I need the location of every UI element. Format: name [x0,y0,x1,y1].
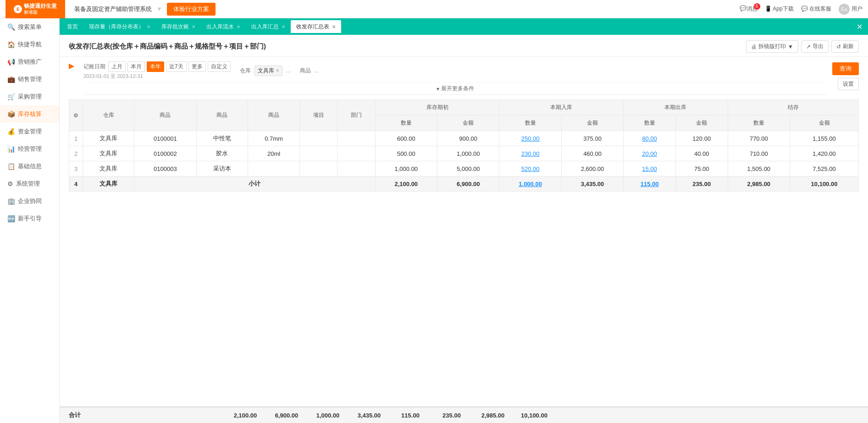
warehouse-tag: 文具库 × [254,66,282,76]
tab-inout-summary[interactable]: 出入库汇总 ✕ [246,20,291,33]
th-open-qty: 数量 [375,115,437,131]
date-btn-more[interactable]: 更多 [188,61,206,72]
sidebar-item-inventory[interactable]: 📦 库存核算 [0,105,59,123]
sidebar-item-system[interactable]: ⚙ 系统管理 [0,175,59,192]
purchase-icon: 🛒 [7,93,15,100]
cell-close-amt: 1,420.00 [790,146,859,161]
sidebar-item-basic-info[interactable]: 📋 基础信息 [0,158,59,175]
cell-close-amt: 7,525.00 [790,161,859,176]
cell-in-qty[interactable]: 520.00 [499,161,561,176]
cell-project [300,161,337,176]
cell-dept [337,131,375,146]
th-project: 项目 [300,100,337,131]
cell-open-amt: 900.00 [437,131,499,146]
inventory-icon: 📦 [7,110,15,118]
total-close-amt: 10,100.00 [514,412,555,419]
sidebar-item-enterprise[interactable]: 🏢 企业协同 [0,192,59,210]
logo-text: 畅捷通好生意 标准版 [24,3,57,15]
warehouse-more-btn[interactable]: ... [286,67,291,74]
subtotal-warehouse: 文具库 [83,176,134,192]
cell-out-qty[interactable]: 80.00 [624,131,676,146]
cell-close-qty: 770.00 [728,131,790,146]
message-badge[interactable]: 💬 6 消息 [740,5,757,13]
sidebar-item-marketing[interactable]: 📢 营销推广 [0,53,59,71]
th-close-amt: 金额 [790,115,859,131]
try-button[interactable]: 体验行业方案 [167,3,216,16]
settings-button[interactable]: 设置 [838,78,859,90]
tab-close-collect-summary[interactable]: ✕ [332,24,336,29]
tab-inout-flow[interactable]: 出入库流水 ✕ [201,20,246,33]
sidebar-item-guide[interactable]: 🆕 新手引导 [0,210,59,227]
sidebar-item-sales[interactable]: 💼 销售管理 [0,71,59,88]
export-button[interactable]: ↗ 导出 [801,40,829,53]
cell-out-amt: 40.00 [675,146,728,161]
warehouse-filter-label: 仓库 [240,67,251,75]
cell-warehouse: 文具库 [83,131,134,146]
expand-conditions-btn[interactable]: ▾ 展开更多条件 [83,82,827,95]
print-button[interactable]: 🖨 拆镜版打印 ▼ [746,40,798,53]
cell-out-qty[interactable]: 20.00 [624,146,676,161]
cell-goods-code: 0100001 [134,131,196,146]
total-in-qty: 1,000.00 [307,412,348,419]
sidebar-item-purchase[interactable]: 🛒 采购管理 [0,88,59,105]
cell-in-amt: 2,600.00 [561,161,623,176]
cell-in-qty[interactable]: 230.00 [499,146,561,161]
tab-inventory-dist[interactable]: 现存量（库存分布表） ✕ [83,20,156,33]
tab-bar: 首页 现存量（库存分布表） ✕ 库存批次账 ✕ 出入库流水 ✕ 出入库汇总 ✕ [60,18,868,35]
sidebar-item-operations[interactable]: 📊 经营管理 [0,140,59,158]
expand-down-icon: ▾ [437,86,439,92]
cell-goods-name: 采访本 [196,161,248,176]
subtotal-open-amt: 6,900.00 [437,176,499,192]
refresh-button[interactable]: ↺ 刷新 [831,40,859,53]
print-arrow-icon: ▼ [788,44,793,50]
data-table: ⚙ 仓库 商品 商品 商品 项目 部门 库存期初 本期入库 本期出库 [69,99,859,192]
date-btn-this-month[interactable]: 本月 [127,61,145,72]
sidebar-item-quick-nav[interactable]: 🏠 快捷导航 [0,36,59,53]
user-avatar[interactable]: Ea 用户 [839,4,862,15]
cell-open-amt: 1,000.00 [437,146,499,161]
cell-out-amt: 75.00 [675,161,728,176]
app-download[interactable]: 📱 App下载 [765,5,794,13]
subtotal-no: 4 [69,176,83,192]
basic-info-icon: 📋 [7,163,15,170]
total-out-amt: 235.00 [431,412,472,419]
tab-close-inventory-dist[interactable]: ✕ [147,24,150,29]
cell-goods-spec [248,161,300,176]
goods-more-btn[interactable]: ... [315,67,319,74]
date-btn-7days[interactable]: 近7天 [166,61,187,72]
query-button[interactable]: 查询 [832,62,859,75]
tab-close-batch-ledger[interactable]: ✕ [192,24,195,29]
th-group-in: 本期入库 [499,100,624,115]
tab-home[interactable]: 首页 [61,20,83,33]
tab-bar-close[interactable]: ✕ [853,22,866,31]
th-in-qty: 数量 [499,115,561,131]
subtotal-in-qty: 1,000.00 [499,176,561,192]
cell-goods-spec: 20ml [248,146,300,161]
sidebar-item-finance[interactable]: 💰 资金管理 [0,123,59,140]
expand-arrow-icon[interactable]: ▶ [69,61,74,70]
th-settings[interactable]: ⚙ [69,100,83,131]
tab-batch-ledger[interactable]: 库存批次账 ✕ [156,20,201,33]
sidebar-item-search[interactable]: 🔍 搜索菜单 [0,18,59,36]
date-btn-last-month[interactable]: 上月 [108,61,126,72]
th-group-opening: 库存期初 [375,100,499,115]
warehouse-remove-icon[interactable]: × [276,67,279,74]
search-icon: 🔍 [7,23,15,31]
subtotal-out-qty: 115.00 [624,176,676,192]
cell-goods-name: 中性笔 [196,131,248,146]
subtotal-close-amt: 10,100.00 [790,176,859,192]
cell-no: 2 [69,146,83,161]
tab-collect-summary[interactable]: 收发存汇总表 ✕ [291,20,341,33]
th-goods-name: 商品 [196,100,248,131]
tab-close-inout-flow[interactable]: ✕ [237,24,240,29]
date-btn-this-year[interactable]: 本年 [147,61,164,72]
cell-out-qty[interactable]: 15.00 [624,161,676,176]
enterprise-icon: 🏢 [7,198,15,205]
date-filter: 记账日期 上月 本月 本年 近7天 更多 自定义 [83,61,231,80]
tab-close-inout-summary[interactable]: ✕ [282,24,285,29]
date-btn-custom[interactable]: 自定义 [208,61,231,72]
cell-in-qty[interactable]: 250.00 [499,131,561,146]
marketing-icon: 📢 [7,58,15,66]
guide-icon: 🆕 [7,215,15,222]
online-service[interactable]: 💬 在线客服 [801,5,831,13]
